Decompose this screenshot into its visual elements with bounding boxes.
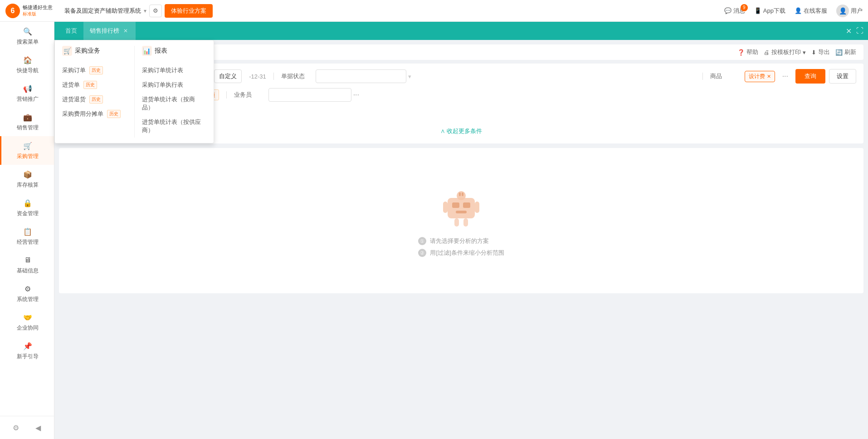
- sidebar-item-purchase[interactable]: 🛒 采购管理: [0, 136, 54, 165]
- purchase-icon: 🛒: [23, 141, 33, 151]
- report-section: 📊 报表 采购订单统计表 采购订单执行表 进货单统计表（按商品） 进货单统计表（…: [134, 46, 214, 138]
- menu-item-inbound[interactable]: 进货单 历史: [62, 78, 127, 92]
- menu-item-purchase-order[interactable]: 采购订单 历史: [62, 63, 127, 78]
- purchase-dropdown-menu: 🛒 采购业务 采购订单 历史 进货单 历史 进货退货 历史 采购费用分摊单 历史…: [54, 40, 214, 143]
- query-button[interactable]: 查询: [795, 69, 825, 84]
- tab-close-all-icon[interactable]: ✕: [846, 27, 852, 35]
- sidebar-item-basic[interactable]: 🖥 基础信息: [0, 251, 54, 279]
- sales-icon: 💼: [23, 112, 33, 122]
- salesman-label: 业务员: [234, 91, 261, 99]
- menu-item-po-execute[interactable]: 采购订单执行表: [142, 78, 207, 92]
- report-section-title: 📊 报表: [142, 46, 207, 59]
- basic-icon: 🖥: [23, 255, 33, 265]
- settings-bottom-button[interactable]: ⚙: [9, 421, 23, 434]
- user-avatar: 👤: [836, 5, 849, 17]
- logo-area: 6 畅捷通好生意 标准版: [5, 4, 60, 18]
- tip1-num: ①: [418, 237, 426, 245]
- sidebar-item-system[interactable]: ⚙ 系统管理: [0, 279, 54, 308]
- tab-bar-right: ✕ ⛶: [846, 27, 863, 35]
- tab-expand-icon[interactable]: ⛶: [856, 27, 863, 35]
- collapse-up-icon: ∧: [440, 128, 445, 134]
- online-service-action[interactable]: 👤 在线客服: [795, 7, 827, 15]
- corp-icon: 🤝: [23, 312, 33, 322]
- svg-rect-4: [443, 202, 448, 213]
- gear-button[interactable]: ⚙: [149, 5, 162, 17]
- home-icon: 🏠: [23, 55, 33, 65]
- goods-tag-close-icon[interactable]: ✕: [767, 74, 771, 79]
- experience-button[interactable]: 体验行业方案: [165, 4, 213, 18]
- svg-rect-10: [462, 192, 463, 196]
- refresh-icon: 🔄: [835, 49, 843, 56]
- doc-status-label: 单据状态: [281, 72, 308, 80]
- system-title: 装备及固定资产辅助管理系统: [64, 7, 141, 15]
- menu-item-inbound-return[interactable]: 进货退货 历史: [62, 92, 127, 107]
- svg-rect-2: [463, 202, 470, 208]
- sidebar-item-quick[interactable]: 🏠 快捷导航: [0, 50, 54, 79]
- inventory-icon: 📦: [23, 169, 33, 179]
- history-badge-1: 历史: [83, 81, 97, 89]
- system-icon: ⚙: [23, 284, 33, 294]
- message-badge: 9: [741, 4, 748, 11]
- tab-home[interactable]: 首页: [59, 22, 83, 40]
- tab-bar: 首页 销售排行榜 ✕ ✕ ⛶: [54, 22, 868, 40]
- sidebar-item-marketing[interactable]: 📢 营销推广: [0, 79, 54, 108]
- menu-item-inbound-stats-supplier[interactable]: 进货单统计表（按供应商）: [142, 115, 207, 138]
- system-arrow-icon[interactable]: ▾: [144, 8, 146, 14]
- divider-1: [273, 73, 274, 80]
- print-button[interactable]: 🖨 按模板打印 ▾: [764, 48, 806, 56]
- export-icon: ⬇: [811, 49, 816, 56]
- date-custom-btn[interactable]: 自定义: [214, 69, 242, 83]
- sidebar-item-guide[interactable]: 📌 新手引导: [0, 336, 54, 365]
- operations-icon: 📋: [23, 227, 33, 237]
- print-dropdown-icon[interactable]: ▾: [803, 49, 806, 56]
- purchase-business-section: 🛒 采购业务 采购订单 历史 进货单 历史 进货退货 历史 采购费用分摊单 历史: [55, 46, 134, 138]
- tab-sales-rank[interactable]: 销售排行榜 ✕: [83, 22, 136, 40]
- tab-close-icon[interactable]: ✕: [122, 27, 129, 35]
- guide-icon: 📌: [23, 341, 33, 351]
- sidebar-item-search[interactable]: 🔍 搜索菜单: [0, 22, 54, 50]
- empty-tip-1: ① 请先选择要分析的方案: [418, 237, 504, 245]
- sidebar-item-operations[interactable]: 📋 经营管理: [0, 222, 54, 251]
- marketing-icon: 📢: [23, 84, 33, 94]
- header-system: 装备及固定资产辅助管理系统 ▾ ⚙ 体验行业方案: [60, 4, 724, 18]
- svg-point-8: [457, 191, 466, 200]
- collapse-sidebar-button[interactable]: ◀: [31, 421, 45, 434]
- user-action[interactable]: 👤 用户: [836, 5, 863, 17]
- refresh-button[interactable]: 🔄 刷新: [835, 48, 856, 56]
- goods-label: 商品: [710, 72, 737, 80]
- menu-item-inbound-stats-goods[interactable]: 进货单统计表（按商品）: [142, 92, 207, 115]
- date-value: -12-31: [249, 73, 266, 80]
- svg-rect-7: [463, 218, 468, 227]
- print-icon: 🖨: [764, 49, 770, 56]
- help-button[interactable]: ❓ 帮助: [737, 48, 758, 56]
- top-header: 6 畅捷通好生意 标准版 装备及固定资产辅助管理系统 ▾ ⚙ 体验行业方案 💬 …: [0, 0, 868, 22]
- tip2-num: ②: [418, 249, 426, 257]
- goods-more-icon[interactable]: ···: [782, 72, 788, 80]
- salesman-input[interactable]: [268, 88, 351, 102]
- purchase-section-icon: 🛒: [62, 46, 72, 56]
- empty-state: ① 请先选择要分析的方案 ② 用[过滤]条件来缩小分析范围: [68, 157, 854, 284]
- app-download-action[interactable]: 📱 App下载: [754, 7, 785, 15]
- sidebar-item-inventory[interactable]: 📦 库存核算: [0, 165, 54, 193]
- svg-rect-5: [475, 202, 479, 213]
- purchase-section-title: 🛒 采购业务: [62, 46, 127, 59]
- svg-rect-9: [459, 192, 461, 196]
- salesman-more-icon[interactable]: ···: [353, 91, 359, 99]
- logo-text: 畅捷通好生意 标准版: [23, 4, 53, 17]
- sidebar-item-sales[interactable]: 💼 销售管理: [0, 108, 54, 136]
- menu-item-po-stats[interactable]: 采购订单统计表: [142, 63, 207, 78]
- svg-rect-1: [452, 202, 459, 208]
- sidebar: 🔍 搜索菜单 🏠 快捷导航 📢 营销推广 💼 销售管理 🛒 采购管理 📦 库存核…: [0, 22, 54, 439]
- sidebar-item-capital[interactable]: 🔒 资金管理: [0, 193, 54, 222]
- search-icon: 🔍: [23, 26, 33, 36]
- set-button[interactable]: 设置: [829, 69, 856, 84]
- empty-tip-2: ② 用[过滤]条件来缩小分析范围: [418, 249, 504, 257]
- svg-rect-0: [448, 198, 475, 218]
- doc-status-input[interactable]: [316, 69, 406, 83]
- history-badge-0: 历史: [89, 66, 103, 74]
- export-button[interactable]: ⬇ 导出: [811, 48, 830, 56]
- sidebar-item-corp[interactable]: 🤝 企业协同: [0, 308, 54, 336]
- doc-status-arrow-icon[interactable]: ▾: [408, 73, 411, 80]
- menu-item-purchase-expense[interactable]: 采购费用分摊单 历史: [62, 107, 127, 121]
- message-action[interactable]: 💬 消息 9: [724, 7, 745, 15]
